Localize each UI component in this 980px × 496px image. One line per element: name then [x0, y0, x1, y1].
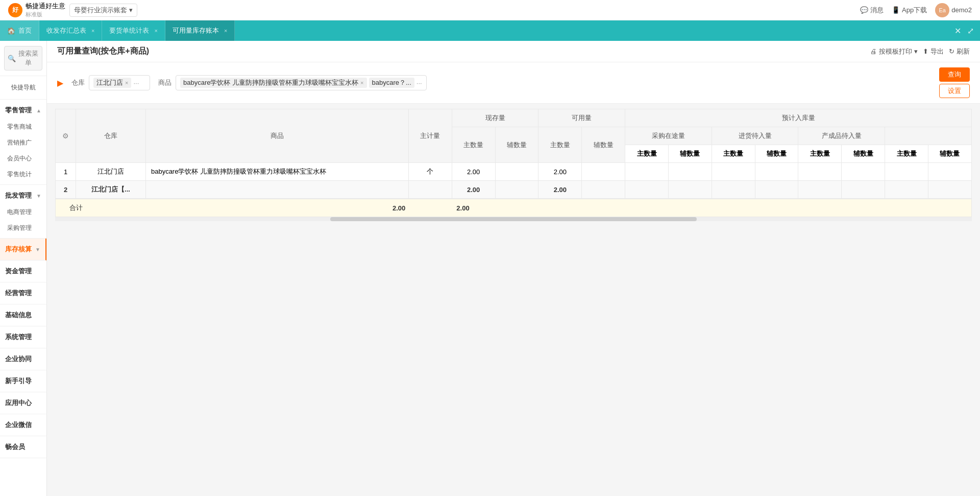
- product-tag1: babycare学饮杯 儿童防摔防撞吸管杯重力球吸嘴杯宝宝水杯 ×: [180, 78, 367, 88]
- th-incoming: 进货待入量: [712, 127, 798, 145]
- sidebar-section-vip-title[interactable]: 畅会员: [0, 438, 46, 456]
- tab-close-order-stats[interactable]: ×: [154, 28, 157, 34]
- filter-toggle-button[interactable]: ▶: [57, 78, 63, 88]
- template-print-button[interactable]: 🖨 按模板打印 ▾: [870, 47, 918, 56]
- refresh-button[interactable]: ↻ 刷新: [949, 47, 970, 56]
- sidebar-section-retail: 零售管理 ▲ 零售商城 营销推广 会员中心 零售统计: [0, 100, 46, 185]
- chevron-down-icon: ▾: [129, 6, 133, 14]
- tab-available-stock[interactable]: 可用量库存账本 ×: [165, 20, 235, 41]
- table-container: ⚙ 仓库 商品 主计量 现存量 可用量 预计入库量 主数量 辅数量 主数量 辅数…: [47, 104, 980, 496]
- sidebar-item-purchase[interactable]: 采购管理: [0, 220, 46, 236]
- export-button[interactable]: ⬆ 导出: [923, 47, 944, 56]
- sidebar-section-vip: 畅会员: [0, 436, 46, 458]
- th-current-sub: 辅数量: [495, 127, 538, 163]
- table-scrollbar-thumb[interactable]: [330, 217, 697, 221]
- chevron-up-icon: ▲: [36, 108, 41, 113]
- filter-row: ▶ 仓库 江北门店 × ··· 商品 babycare学饮杯 儿童防摔防撞吸管杯…: [47, 62, 980, 104]
- sidebar-search: 🔍 搜索菜单: [0, 41, 46, 76]
- tab-receive-pay[interactable]: 收发存汇总表 ×: [39, 20, 102, 41]
- th-current-stock: 现存量: [452, 109, 538, 127]
- sidebar-section-appstore: 应用中心: [0, 392, 46, 414]
- warehouse-tag-close[interactable]: ×: [125, 80, 128, 86]
- th-available: 可用量: [538, 109, 625, 127]
- th-current-main: 主数量: [452, 127, 495, 163]
- sidebar-item-retail-mall[interactable]: 零售商城: [0, 119, 46, 135]
- page-header-actions: 🖨 按模板打印 ▾ ⬆ 导出 ↻ 刷新: [870, 47, 970, 56]
- close-tab-icon[interactable]: ✕: [954, 26, 961, 36]
- warehouse-filter-group: 仓库 江北门店 × ···: [71, 75, 150, 90]
- sidebar-nav: 快捷导航: [0, 76, 46, 100]
- th-planned-inbound: 预计入库量: [625, 109, 972, 127]
- product-label: 商品: [158, 78, 172, 87]
- logo: 好 畅捷通好生意 标准版: [8, 2, 65, 18]
- th-purchase-sub: 辅数量: [668, 145, 712, 163]
- th-incoming-sub: 辅数量: [755, 145, 798, 163]
- sidebar-section-basic-title[interactable]: 基础信息: [0, 306, 46, 324]
- table-body: 1江北门店babycare学饮杯 儿童防摔防撞吸管杯重力球吸嘴杯宝宝水杯个2.0…: [56, 163, 972, 199]
- chevron-down-icon3: ▾: [914, 48, 918, 55]
- settings-button[interactable]: 设置: [939, 84, 970, 98]
- sidebar-section-retail-title[interactable]: 零售管理 ▲: [0, 102, 46, 119]
- expand-icon[interactable]: ⤢: [967, 26, 974, 36]
- sidebar-section-appstore-title[interactable]: 应用中心: [0, 394, 46, 412]
- sidebar-section-wholesale: 批发管理 ▼ 电商管理 采购管理: [0, 185, 46, 239]
- industry-selector[interactable]: 母婴行业演示账套 ▾: [69, 4, 137, 17]
- phone-icon: 📱: [892, 6, 900, 14]
- warehouse-label: 仓库: [71, 78, 85, 87]
- sidebar-item-member[interactable]: 会员中心: [0, 151, 46, 167]
- th-prod-main: 主数量: [798, 145, 842, 163]
- top-bar: 好 畅捷通好生意 标准版 母婴行业演示账套 ▾ 💬 消息 📱 App下载 Ea …: [0, 0, 980, 20]
- tab-close-receive-pay[interactable]: ×: [91, 28, 94, 34]
- export-icon: ⬆: [923, 48, 928, 55]
- sidebar-section-finance-title[interactable]: 资金管理: [0, 263, 46, 280]
- filter-actions: 查询 设置: [939, 67, 970, 98]
- table-scrollbar[interactable]: [55, 217, 972, 221]
- th-extra-sub: 辅数量: [928, 145, 971, 163]
- sidebar-item-retail-stats[interactable]: 零售统计: [0, 167, 46, 182]
- sidebar-section-newbie: 新手引导: [0, 370, 46, 392]
- refresh-icon: ↻: [949, 48, 954, 55]
- warehouse-tag: 江北门店 ×: [93, 78, 131, 88]
- search-icon: 🔍: [8, 55, 16, 62]
- sidebar-section-operations-title[interactable]: 经营管理: [0, 285, 46, 302]
- sidebar-section-wechat: 企业微信: [0, 414, 46, 436]
- sidebar-item-marketing[interactable]: 营销推广: [0, 135, 46, 151]
- avatar: Ea: [935, 3, 949, 17]
- th-avail-sub: 辅数量: [582, 127, 625, 163]
- sidebar-section-inventory-title[interactable]: 库存核算 ▼: [0, 241, 45, 258]
- data-table: ⚙ 仓库 商品 主计量 现存量 可用量 预计入库量 主数量 辅数量 主数量 辅数…: [55, 109, 972, 199]
- page-header: 可用量查询(按仓库+商品) 🖨 按模板打印 ▾ ⬆ 导出 ↻ 刷新: [47, 41, 980, 62]
- tab-home[interactable]: 🏠 首页: [0, 20, 39, 41]
- table-row: 2江北门店【...2.002.00: [56, 181, 972, 199]
- logo-icon: 好: [8, 3, 22, 17]
- sidebar-item-quick-nav[interactable]: 快捷导航: [0, 79, 46, 96]
- query-button[interactable]: 查询: [939, 67, 970, 82]
- sidebar-section-enterprise-title[interactable]: 企业协同: [0, 350, 46, 368]
- sidebar-section-wholesale-title[interactable]: 批发管理 ▼: [0, 187, 46, 204]
- product-tag2: babycare？...: [369, 78, 414, 88]
- th-purchase-transit: 采购在途量: [625, 127, 712, 145]
- warehouse-input[interactable]: 江北门店 × ···: [89, 75, 150, 90]
- product-input[interactable]: babycare学饮杯 儿童防摔防撞吸管杯重力球吸嘴杯宝宝水杯 × babyca…: [176, 75, 427, 90]
- sidebar-section-finance: 资金管理: [0, 261, 46, 282]
- sidebar-section-basic: 基础信息: [0, 304, 46, 326]
- sidebar-section-newbie-title[interactable]: 新手引导: [0, 372, 46, 390]
- product-filter-group: 商品 babycare学饮杯 儿童防摔防撞吸管杯重力球吸嘴杯宝宝水杯 × bab…: [158, 75, 427, 90]
- sidebar-section-wechat-title[interactable]: 企业微信: [0, 416, 46, 434]
- sidebar-section-system-title[interactable]: 系统管理: [0, 328, 46, 346]
- footer-label: 合计: [61, 203, 91, 212]
- th-avail-main: 主数量: [538, 127, 582, 163]
- search-menu-button[interactable]: 🔍 搜索菜单: [4, 46, 42, 70]
- message-button[interactable]: 💬 消息: [860, 6, 884, 15]
- th-product: 商品: [145, 109, 408, 163]
- th-extra-main: 主数量: [885, 145, 928, 163]
- tab-bar: 🏠 首页 收发存汇总表 × 要货单统计表 × 可用量库存账本 × ✕ ⤢: [0, 20, 980, 41]
- user-menu[interactable]: Ea demo2: [935, 3, 972, 17]
- app-download-button[interactable]: 📱 App下载: [892, 6, 927, 15]
- sidebar-item-ecommerce[interactable]: 电商管理: [0, 204, 46, 220]
- th-gear[interactable]: ⚙: [56, 109, 76, 163]
- tab-close-available-stock[interactable]: ×: [224, 28, 227, 34]
- tab-order-stats[interactable]: 要货单统计表 ×: [102, 20, 165, 41]
- product-tag1-close[interactable]: ×: [360, 80, 363, 86]
- sidebar-section-system: 系统管理: [0, 326, 46, 348]
